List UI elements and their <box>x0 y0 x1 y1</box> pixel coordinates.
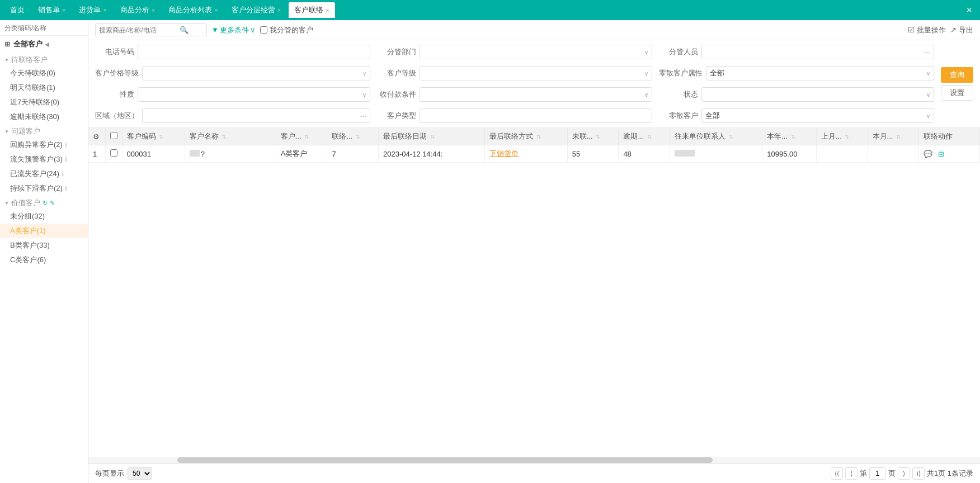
filter-customer-type-select[interactable] <box>420 108 652 123</box>
sidebar-item-tomorrow[interactable]: 明天待联络(1) <box>0 80 88 95</box>
sidebar-item-repurchase-abnormal[interactable]: 回购异常客户(2) ℹ <box>0 138 88 152</box>
search-input[interactable] <box>99 26 177 34</box>
close-icon[interactable]: × <box>152 7 155 13</box>
sort-icon[interactable]: ⇅ <box>729 134 733 140</box>
refresh-icon[interactable]: ↻ <box>43 200 48 207</box>
sort-icon[interactable]: ⇅ <box>791 134 795 140</box>
sort-icon[interactable]: ⇅ <box>647 134 652 140</box>
filter-nature-select[interactable]: ∨ <box>138 87 370 102</box>
close-icon[interactable]: × <box>103 7 106 13</box>
sort-icon[interactable]: ⇅ <box>536 134 541 140</box>
sort-icon[interactable]: ⇅ <box>896 134 901 140</box>
horizontal-scrollbar[interactable] <box>88 457 980 463</box>
filter-dept-select[interactable]: ∨ <box>420 45 652 59</box>
sidebar-item-class-c[interactable]: C类客户(6) <box>0 253 88 267</box>
sidebar-item-class-a[interactable]: A类客户(1) <box>0 224 88 238</box>
sidebar-item-churn-warning[interactable]: 流失预警客户(3) ℹ <box>0 152 88 167</box>
setting-button[interactable]: 设置 <box>941 85 973 101</box>
group-value-customers[interactable]: ▼ 价值客户 ↻ ✎ <box>0 196 88 209</box>
last-page-button[interactable]: ⟩⟩ <box>912 467 925 480</box>
filter-retail-attr-select[interactable]: 全部 ∨ <box>706 66 934 80</box>
sort-icon[interactable]: ⇅ <box>356 134 360 140</box>
chevron-down-icon: ∨ <box>362 92 366 98</box>
page-size-select[interactable]: 50 <box>128 467 152 480</box>
contact-icon[interactable]: 💬 <box>924 150 932 158</box>
filter-manager: 分管人员 ··· <box>659 45 934 59</box>
sort-icon[interactable]: ⇅ <box>596 134 600 140</box>
cell-checkbox <box>105 145 122 163</box>
group-problem-customers[interactable]: ▼ 问题客户 <box>0 124 88 138</box>
edit-icon[interactable]: ✎ <box>50 200 55 207</box>
nav-tab-analysis-list[interactable]: 商品分析列表 × <box>163 2 223 18</box>
col-contact: 联络... ⇅ <box>327 128 379 145</box>
all-customers-header[interactable]: ⊞ 全部客户 ◀ <box>0 36 88 53</box>
last-way-link[interactable]: 下销货单 <box>489 149 519 158</box>
grid-icon: ⊞ <box>4 40 10 48</box>
sort-icon[interactable]: ⇅ <box>430 134 435 140</box>
sort-icon[interactable]: ⇅ <box>159 134 163 140</box>
filter-region: 区域（地区） ··· <box>95 108 370 123</box>
sidebar-item-class-b[interactable]: B类客户(33) <box>0 238 88 253</box>
batch-operation-button[interactable]: ☑ 批量操作 <box>908 25 946 35</box>
dots-icon[interactable]: ··· <box>924 48 930 56</box>
next-page-button[interactable]: ⟩ <box>898 467 910 480</box>
cell-last-way[interactable]: 下销货单 <box>485 145 568 163</box>
filter-nature-label: 性质 <box>95 89 134 100</box>
scrollbar-thumb[interactable] <box>177 457 712 463</box>
sort-icon[interactable]: ⇅ <box>222 134 226 140</box>
gear-icon[interactable]: ⚙ <box>93 132 100 141</box>
filter-retail-customer-select[interactable]: 全部 ∨ <box>701 108 934 123</box>
nav-home[interactable]: 首页 <box>4 2 30 18</box>
search-box[interactable]: 🔍 <box>95 23 207 36</box>
export-button[interactable]: ↗ 导出 <box>950 25 973 35</box>
filter-row-2-c2: 客户等级 ∨ <box>377 66 652 80</box>
sort-icon[interactable]: ⇅ <box>845 134 849 140</box>
filter-payment-select[interactable]: ∨ <box>420 87 652 102</box>
my-customers-checkbox[interactable] <box>260 26 267 34</box>
filter-customer-type-label: 客户类型 <box>377 111 416 121</box>
filter-row-1-c2: 分管部门 ∨ <box>377 45 652 59</box>
triangle-icon: ▼ <box>4 201 9 206</box>
filter-manager-select[interactable]: ··· <box>701 45 934 59</box>
row-checkbox[interactable] <box>110 149 117 157</box>
more-conditions-button[interactable]: ▼ 更多条件 ∨ <box>211 25 256 35</box>
nav-tab-purchase[interactable]: 进货单 × <box>73 2 112 18</box>
filter-region-select[interactable]: ··· <box>142 108 370 123</box>
nav-tab-customer-contact[interactable]: 客户联络 × <box>289 2 334 18</box>
sort-icon[interactable]: ⇅ <box>304 134 309 140</box>
prev-page-button[interactable]: ⟨ <box>845 467 858 480</box>
nav-tab-analysis[interactable]: 商品分析 × <box>115 2 161 18</box>
sidebar-item-unclassified[interactable]: 未分组(32) <box>0 209 88 224</box>
sidebar-item-today[interactable]: 今天待联络(0) <box>0 66 88 80</box>
my-customers-checkbox-label[interactable]: 我分管的客户 <box>260 25 313 35</box>
sidebar-item-churned[interactable]: 已流失客户(24) ℹ <box>0 167 88 181</box>
select-all-checkbox[interactable] <box>110 132 117 139</box>
filter-status-select[interactable]: ∨ <box>701 87 934 102</box>
page-number-input[interactable] <box>869 467 886 480</box>
first-page-button[interactable]: ⟨⟨ <box>831 467 843 480</box>
search-icon[interactable]: 🔍 <box>180 26 189 34</box>
filter-price-level-select[interactable]: ∨ <box>142 66 370 80</box>
more-action-icon[interactable]: ⊞ <box>938 150 944 158</box>
col-last-month: 上月... ⇅ <box>816 128 868 145</box>
sidebar-item-7days[interactable]: 近7天待联络(0) <box>0 95 88 110</box>
query-button[interactable]: 查询 <box>941 67 973 83</box>
close-icon[interactable]: × <box>326 7 329 13</box>
nav-tab-customer-layer[interactable]: 客户分层经营 × <box>226 2 286 18</box>
filter-customer-level-select[interactable]: ∨ <box>420 66 652 80</box>
dots-icon[interactable]: ··· <box>360 111 366 120</box>
cell-this-month <box>868 145 919 163</box>
close-all-button[interactable]: × <box>963 4 976 16</box>
query-buttons: 查询 设置 <box>941 45 973 123</box>
filter-phone-input[interactable] <box>138 45 370 59</box>
filter-price-level: 客户价格等级 ∨ <box>95 66 370 80</box>
col-gear[interactable]: ⚙ <box>88 128 105 145</box>
close-icon[interactable]: × <box>214 7 218 13</box>
close-icon[interactable]: × <box>277 7 281 13</box>
close-icon[interactable]: × <box>62 7 65 13</box>
nav-tab-sales[interactable]: 销售单 × <box>32 2 71 18</box>
sidebar-item-overdue[interactable]: 逾期未联络(30) <box>0 110 88 124</box>
sidebar-item-declining[interactable]: 持续下滑客户(2) ℹ <box>0 181 88 196</box>
sidebar-search-input[interactable] <box>4 24 88 32</box>
group-pending-contact[interactable]: ▼ 待联络客户 <box>0 53 88 66</box>
